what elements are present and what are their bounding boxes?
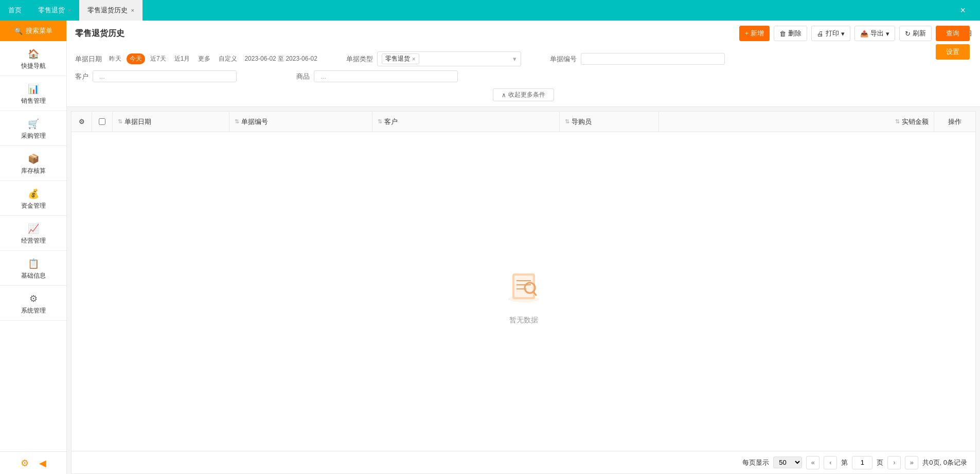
customer-label: 客户	[75, 72, 88, 81]
goods-ellipsis[interactable]: ...	[318, 72, 328, 80]
sidebar-icon-basic: 📋	[28, 258, 39, 269]
type-select[interactable]: 零售退货 × ▾	[377, 51, 521, 66]
tab-label-return: 零售退货	[38, 6, 65, 15]
prev-page-button[interactable]: ‹	[824, 456, 837, 469]
current-page-input[interactable]	[852, 456, 872, 469]
top-bar-right: ×	[954, 5, 980, 16]
export-button[interactable]: 📤 导出 ▾	[854, 26, 895, 41]
page-label: 第	[841, 458, 848, 467]
filter-date: 单据日期 昨天 今天 近7天 近1月 更多 自定义 2023-06-02 至 2…	[75, 53, 317, 64]
customer-ellipsis[interactable]: ...	[97, 72, 107, 80]
date-opt-yesterday[interactable]: 昨天	[106, 53, 124, 64]
main-layout: 🔍 搜索菜单 🏠 快捷导航 📊 销售管理 🛒 采购管理 📦 库存核算 💰 资金管…	[0, 21, 980, 474]
empty-state: 暂无数据	[72, 132, 975, 451]
goods-label: 商品	[296, 72, 310, 81]
sidebar-item-sales[interactable]: 📊 销售管理	[0, 76, 66, 111]
date-opt-today[interactable]: 今天	[127, 53, 145, 64]
sidebar-label-inventory: 库存核算	[21, 167, 46, 175]
tab-close-return-history[interactable]: ×	[131, 7, 134, 13]
top-bar: 首页零售退货×零售退货历史× ×	[0, 0, 980, 21]
th-customer: ⇅ 客户	[372, 112, 560, 132]
print-dropdown-icon: ▾	[841, 30, 845, 38]
sidebar-item-basic[interactable]: 📋 基础信息	[0, 251, 66, 286]
collapse-icon[interactable]: ◀	[39, 458, 46, 469]
sidebar-item-operation[interactable]: 📈 经营管理	[0, 216, 66, 251]
th-no: ⇅ 单据编号	[229, 112, 372, 132]
sidebar-search-label: 搜索菜单	[26, 26, 52, 35]
sidebar-item-finance[interactable]: 💰 资金管理	[0, 181, 66, 216]
sidebar-menu: 🏠 快捷导航 📊 销售管理 🛒 采购管理 📦 库存核算 💰 资金管理 📈 经营管…	[0, 41, 66, 451]
filter-row-1: 单据日期 昨天 今天 近7天 近1月 更多 自定义 2023-06-02 至 2…	[75, 51, 972, 66]
total-text: 共0页, 0条记录	[922, 458, 967, 467]
filter-no: 单据编号	[550, 53, 725, 65]
sort-icon-amount[interactable]: ⇅	[895, 118, 900, 125]
page-unit: 页	[877, 458, 883, 467]
sidebar-label-finance: 资金管理	[21, 202, 46, 210]
new-button[interactable]: + 新增	[739, 26, 770, 41]
sidebar-item-inventory[interactable]: 📦 库存核算	[0, 146, 66, 181]
delete-button[interactable]: 🗑 删除	[774, 26, 807, 41]
query-button[interactable]: 查询	[936, 26, 970, 41]
next-page-button[interactable]: ›	[887, 456, 901, 469]
collapse-bar: ∧ 收起更多条件	[75, 86, 972, 103]
th-guide: ⇅ 导购员	[560, 112, 659, 132]
refresh-button[interactable]: ↻ 刷新	[899, 26, 932, 41]
filter-customer: 客户 ...	[75, 70, 237, 82]
first-page-button[interactable]: «	[806, 456, 819, 469]
export-dropdown-icon: ▾	[886, 30, 889, 38]
th-amount: ⇅ 实销金额	[659, 112, 934, 132]
sidebar-item-system[interactable]: ⚙ 系统管理	[0, 286, 66, 321]
svg-rect-2	[514, 276, 533, 297]
table-header: ⚙ ⇅ 单据日期 ⇅ 单据编号 ⇅ 客户 ⇅	[72, 112, 975, 132]
print-button[interactable]: 🖨 打印 ▾	[811, 26, 850, 41]
page-title-row: 零售退货历史 + 新增 🗑 删除 🖨 打印 ▾ 📤 导出	[75, 26, 972, 41]
type-dropdown-icon: ▾	[513, 55, 516, 63]
date-range: 2023-06-02 至 2023-06-02	[244, 54, 317, 63]
sidebar-icon-purchase: 🛒	[28, 118, 39, 130]
type-label: 单据类型	[346, 54, 373, 64]
tab-list: 首页零售退货×零售退货历史×	[0, 0, 954, 21]
pagination-bar: 每页显示 50 10 20 100 « ‹ 第 页 › » 共0页, 0条记录	[72, 451, 975, 473]
window-close-icon[interactable]: ×	[954, 5, 972, 16]
page-size-select[interactable]: 50 10 20 100	[773, 457, 802, 468]
refresh-icon: ↻	[905, 30, 911, 38]
type-tag-remove[interactable]: ×	[412, 56, 416, 63]
sort-icon-no[interactable]: ⇅	[235, 118, 239, 125]
select-all-checkbox[interactable]	[99, 118, 105, 125]
sidebar-search[interactable]: 🔍 搜索菜单	[0, 21, 66, 41]
date-opt-custom[interactable]: 自定义	[216, 53, 240, 64]
sidebar-label-sales: 销售管理	[21, 97, 46, 105]
date-opt-7d[interactable]: 近7天	[147, 53, 169, 64]
tab-close-return[interactable]: ×	[68, 7, 71, 13]
tab-home[interactable]: 首页	[0, 0, 30, 21]
customer-select[interactable]: ...	[93, 70, 237, 82]
collapse-button[interactable]: ∧ 收起更多条件	[493, 88, 554, 101]
export-icon: 📤	[860, 30, 868, 38]
sort-icon-guide[interactable]: ⇅	[565, 118, 569, 125]
search-icon: 🔍	[14, 27, 23, 35]
date-opt-more[interactable]: 更多	[195, 53, 213, 64]
tab-return[interactable]: 零售退货×	[30, 0, 79, 21]
no-input[interactable]	[581, 53, 725, 65]
page-size-label: 每页显示	[742, 458, 769, 467]
goods-select[interactable]: ...	[314, 70, 458, 82]
last-page-button[interactable]: »	[905, 456, 918, 469]
sort-icon-date[interactable]: ⇅	[118, 118, 122, 125]
sidebar-item-quick-nav[interactable]: 🏠 快捷导航	[0, 41, 66, 76]
settings-icon[interactable]: ⚙	[21, 458, 29, 469]
empty-illustration	[498, 258, 549, 309]
no-label: 单据编号	[550, 54, 577, 64]
sidebar-label-operation: 经营管理	[21, 236, 46, 245]
sidebar-item-purchase[interactable]: 🛒 采购管理	[0, 111, 66, 146]
th-settings[interactable]: ⚙	[72, 112, 92, 132]
sidebar: 🔍 搜索菜单 🏠 快捷导航 📊 销售管理 🛒 采购管理 📦 库存核算 💰 资金管…	[0, 21, 67, 474]
settings-button[interactable]: 设置	[936, 44, 970, 60]
date-label: 单据日期	[75, 54, 102, 64]
date-options: 昨天 今天 近7天 近1月 更多 自定义	[106, 53, 240, 64]
th-op: 操作	[934, 112, 975, 132]
print-icon: 🖨	[817, 30, 824, 38]
th-check[interactable]	[92, 112, 113, 132]
date-opt-1m[interactable]: 近1月	[171, 53, 193, 64]
tab-return-history[interactable]: 零售退货历史×	[79, 0, 142, 21]
sort-icon-customer[interactable]: ⇅	[378, 118, 382, 125]
